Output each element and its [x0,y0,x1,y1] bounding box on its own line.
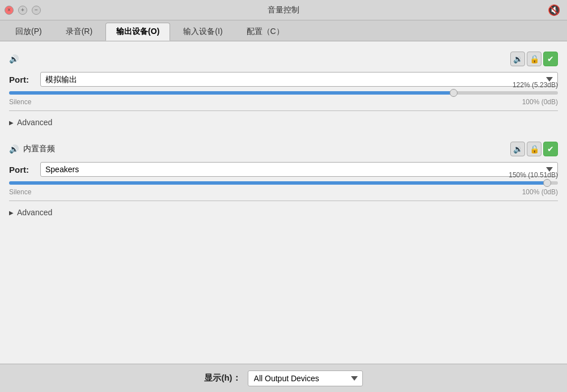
advanced-label-1: Advanced [17,118,52,127]
device-name-label-2: 内置音频 [23,144,55,154]
device-header-2: 🔊 内置音频 🔉 🔒 ✔ [9,137,558,160]
slider-thumb-1[interactable] [450,89,458,97]
port-row-2: Port: Speakers [9,162,558,177]
slider-value-2: 150% (10.51dB) [509,171,558,179]
speaker-icon-1: 🔊 [9,54,19,63]
advanced-label-2: Advanced [17,208,52,217]
slider-labels-1: Silence 100% (0dB) [9,98,558,106]
device-controls-2: 🔉 🔒 ✔ [510,142,558,156]
main-content: 🔊 🔉 🔒 ✔ Port: 模拟输出 122% (5.23dB) Silence [0,41,567,364]
slider-fill-1 [9,91,454,95]
bottom-bar: 显示(h)： All Output Devices Hardware Outpu… [0,364,567,392]
window-title: 音量控制 [268,5,299,15]
slider-silence-2: Silence [9,188,31,196]
device-header-1: 🔊 🔉 🔒 ✔ [9,47,558,70]
slider-silence-1: Silence [9,98,31,106]
slider-track-1[interactable] [9,91,558,95]
speaker-icon-2: 🔊 [9,144,19,154]
slider-container-1: 122% (5.23dB) Silence 100% (0dB) [9,91,558,106]
slider-track-2[interactable] [9,181,558,185]
slider-container-2: 150% (10.51dB) Silence 100% (0dB) [9,181,558,196]
advanced-row-1[interactable]: ▶ Advanced [9,116,558,129]
title-bar: × + − 音量控制 🔇 [0,0,567,20]
slider-thumb-2[interactable] [543,179,551,187]
lock-button-1[interactable]: 🔒 [527,52,541,66]
port-row-1: Port: 模拟输出 [9,72,558,87]
advanced-arrow-1: ▶ [9,120,14,126]
check-button-1[interactable]: ✔ [543,52,558,66]
advanced-arrow-2: ▶ [9,210,14,216]
tab-config[interactable]: 配置（C） [236,23,295,41]
check-button-2[interactable]: ✔ [543,142,558,156]
mute-icon-title: 🔇 [548,4,560,16]
divider-1 [9,110,558,111]
port-select-2[interactable]: Speakers [40,162,558,177]
device-name-1: 🔊 [9,54,23,63]
device-controls-1: 🔉 🔒 ✔ [510,52,558,66]
slider-labels-2: Silence 100% (0dB) [9,188,558,196]
port-label-2: Port: [9,165,35,174]
show-label: 显示(h)： [204,373,240,384]
tab-output[interactable]: 输出设备(O) [105,23,170,41]
tab-bar: 回放(P) 录音(R) 输出设备(O) 输入设备(I) 配置（C） [0,20,567,41]
slider-center-1: 100% (0dB) [522,98,558,106]
mute-button-2[interactable]: 🔉 [510,142,525,156]
minimize-button[interactable]: − [32,6,41,15]
divider-2 [9,201,558,201]
device-name-2: 🔊 内置音频 [9,144,55,154]
mute-button-1[interactable]: 🔉 [510,52,525,66]
window-controls: × + − [5,6,41,15]
tab-input[interactable]: 输入设备(I) [172,23,233,41]
device-section-1: 🔊 🔉 🔒 ✔ Port: 模拟输出 122% (5.23dB) Silence [9,47,558,129]
port-select-1[interactable]: 模拟输出 [40,72,558,87]
slider-fill-2 [9,181,547,185]
close-button[interactable]: × [5,6,14,15]
slider-value-1: 122% (5.23dB) [513,81,558,89]
device-section-2: 🔊 内置音频 🔉 🔒 ✔ Port: Speakers 150% (10.51d… [9,137,558,219]
port-label-1: Port: [9,75,35,84]
tab-recording[interactable]: 录音(R) [55,23,103,41]
slider-center-2: 100% (0dB) [522,188,558,196]
advanced-row-2[interactable]: ▶ Advanced [9,206,558,219]
lock-button-2[interactable]: 🔒 [527,142,541,156]
show-select[interactable]: All Output Devices Hardware Output Devic… [248,370,363,386]
add-button[interactable]: + [18,6,27,15]
tab-playback[interactable]: 回放(P) [5,23,53,41]
